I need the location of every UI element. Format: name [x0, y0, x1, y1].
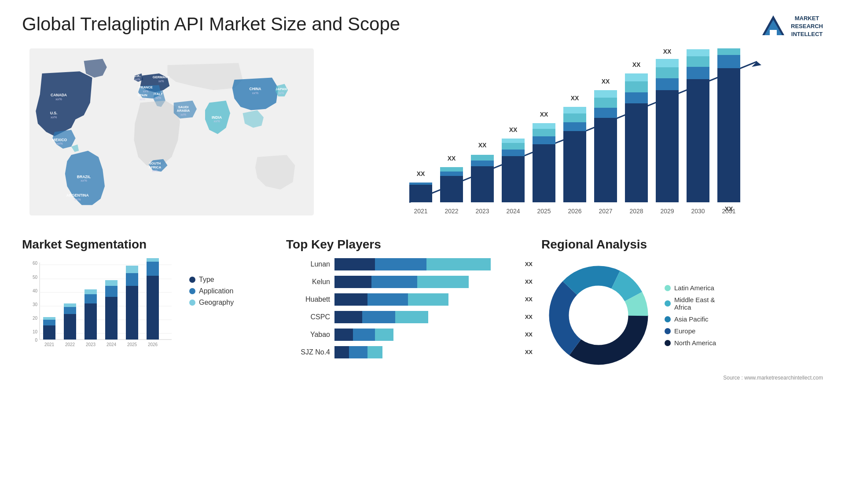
- svg-text:20: 20: [33, 316, 38, 321]
- segmentation-section: Market Segmentation 60 50 40 30 20 10 0: [22, 237, 277, 381]
- europe-label: Europe: [674, 327, 695, 335]
- segmentation-title: Market Segmentation: [22, 237, 277, 252]
- bottom-section: Market Segmentation 60 50 40 30 20 10 0: [22, 237, 823, 381]
- type-dot: [189, 277, 195, 283]
- player-value: XX: [525, 258, 533, 270]
- svg-text:xx%: xx%: [51, 115, 57, 119]
- svg-text:FRANCE: FRANCE: [139, 85, 153, 89]
- regional-title: Regional Analysis: [541, 237, 823, 252]
- list-item: SJZ No.4 XX: [286, 346, 533, 358]
- player-value: XX: [525, 293, 533, 306]
- svg-rect-72: [625, 73, 648, 81]
- geography-label: Geography: [199, 299, 234, 307]
- svg-rect-117: [64, 307, 76, 314]
- svg-text:U.S.: U.S.: [50, 111, 58, 115]
- list-item: Huabett XX: [286, 293, 533, 306]
- player-name: SJZ No.4: [286, 348, 330, 356]
- svg-text:xx%: xx%: [81, 179, 87, 183]
- svg-text:XX: XX: [417, 170, 425, 177]
- world-map: CANADA xx% U.S. xx% MEXICO xx% BRAZIL xx…: [22, 48, 321, 215]
- logo-icon: [760, 13, 786, 40]
- application-dot: [189, 288, 195, 294]
- svg-rect-45: [471, 166, 494, 202]
- player-name: Huabett: [286, 296, 330, 303]
- svg-rect-47: [471, 155, 494, 161]
- svg-rect-59: [563, 131, 586, 202]
- bar-chart-container: XX XX XX XX: [330, 48, 823, 224]
- players-title: Top Key Players: [286, 237, 533, 252]
- player-value: XX: [525, 311, 533, 323]
- svg-text:40: 40: [33, 289, 38, 293]
- page: Global Trelagliptin API Market Size and …: [0, 0, 845, 504]
- svg-rect-114: [43, 320, 55, 325]
- type-label: Type: [199, 276, 214, 284]
- svg-text:GERMANY: GERMANY: [153, 75, 170, 79]
- list-item: Kelun XX: [286, 276, 533, 288]
- svg-text:50: 50: [33, 275, 38, 280]
- svg-text:JAPAN: JAPAN: [276, 87, 287, 91]
- svg-rect-120: [84, 294, 97, 303]
- svg-text:xx%: xx%: [55, 97, 62, 101]
- player-bar: [334, 346, 518, 358]
- svg-text:XX: XX: [448, 155, 456, 162]
- legend-type: Type: [189, 276, 234, 284]
- svg-rect-122: [105, 297, 118, 340]
- map-container: CANADA xx% U.S. xx% MEXICO xx% BRAZIL xx…: [22, 48, 321, 224]
- svg-rect-81: [687, 56, 709, 67]
- svg-rect-79: [687, 79, 709, 202]
- svg-rect-125: [126, 286, 138, 340]
- svg-rect-70: [625, 92, 648, 103]
- player-value: XX: [525, 346, 533, 358]
- top-section: CANADA xx% U.S. xx% MEXICO xx% BRAZIL xx…: [22, 48, 823, 224]
- growth-chart: XX XX XX XX: [330, 48, 823, 224]
- svg-rect-121: [84, 289, 97, 294]
- svg-rect-55: [533, 136, 555, 144]
- svg-rect-85: [717, 48, 740, 55]
- svg-text:BRAZIL: BRAZIL: [77, 175, 91, 179]
- mea-label: Middle East &Africa: [674, 296, 715, 311]
- svg-rect-38: [409, 185, 432, 202]
- svg-text:CANADA: CANADA: [51, 93, 67, 97]
- europe-dot: [665, 328, 671, 334]
- legend-north-america: North America: [665, 339, 716, 347]
- donut-chart: [541, 258, 656, 373]
- svg-text:xx%: xx%: [152, 169, 158, 172]
- regional-container: Latin America Middle East &Africa Asia P…: [541, 258, 823, 373]
- svg-rect-57: [533, 123, 555, 129]
- regional-section: Regional Analysis: [541, 237, 823, 381]
- svg-text:xx%: xx%: [140, 98, 145, 101]
- svg-marker-37: [752, 62, 761, 67]
- svg-rect-71: [625, 81, 648, 92]
- source-text: Source : www.marketresearchintellect.com: [541, 375, 823, 381]
- svg-text:2022: 2022: [65, 342, 75, 347]
- legend-latin: Latin America: [665, 284, 716, 292]
- svg-rect-39: [409, 183, 432, 185]
- player-name: Yabao: [286, 331, 330, 339]
- svg-rect-80: [687, 67, 709, 79]
- svg-rect-127: [126, 266, 138, 273]
- svg-rect-126: [126, 273, 138, 286]
- north-america-dot: [665, 340, 671, 346]
- svg-text:XX: XX: [632, 61, 641, 68]
- svg-text:30: 30: [33, 302, 38, 307]
- svg-rect-46: [471, 161, 494, 166]
- svg-text:XX: XX: [478, 142, 487, 149]
- mea-dot: [665, 300, 671, 307]
- svg-text:2025: 2025: [127, 342, 137, 347]
- svg-text:2028: 2028: [629, 208, 643, 215]
- players-section: Top Key Players Lunan XX: [286, 237, 533, 381]
- seg-chart: 60 50 40 30 20 10 0: [22, 258, 180, 355]
- svg-text:AFRICA: AFRICA: [149, 165, 162, 169]
- svg-text:ITALY: ITALY: [154, 92, 163, 96]
- svg-text:2027: 2027: [599, 208, 612, 215]
- list-item: Lunan XX: [286, 258, 533, 270]
- svg-rect-76: [656, 67, 679, 78]
- svg-rect-113: [43, 325, 55, 340]
- list-item: Yabao XX: [286, 329, 533, 341]
- svg-rect-67: [594, 90, 617, 98]
- svg-text:XX: XX: [571, 95, 579, 102]
- svg-text:MEXICO: MEXICO: [52, 138, 67, 142]
- svg-text:SPAIN: SPAIN: [137, 93, 147, 97]
- logo-text: MARKET RESEARCH INTELLECT: [791, 15, 823, 39]
- page-title: Global Trelagliptin API Market Size and …: [22, 13, 400, 35]
